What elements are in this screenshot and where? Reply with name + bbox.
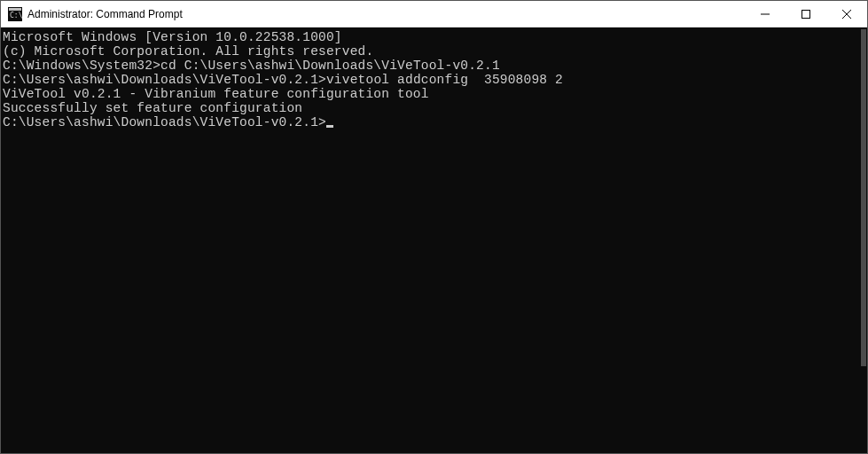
scrollbar-thumb[interactable] [861, 29, 866, 366]
cursor [326, 125, 333, 128]
svg-rect-4 [802, 10, 810, 18]
maximize-button[interactable] [786, 1, 826, 27]
svg-rect-1 [9, 8, 21, 11]
scrollbar[interactable] [860, 27, 867, 453]
prompt-line: C:\Windows\System32>cd C:\Users\ashwi\Do… [3, 59, 858, 74]
prompt: C:\Windows\System32> [3, 59, 160, 73]
window-title: Administrator: Command Prompt [27, 8, 745, 20]
window-controls [745, 1, 867, 27]
prompt-line: C:\Users\ashwi\Downloads\ViVeTool-v0.2.1… [3, 116, 858, 130]
close-button[interactable] [826, 1, 867, 27]
terminal-area[interactable]: Microsoft Windows [Version 10.0.22538.10… [1, 27, 867, 453]
minimize-button[interactable] [745, 1, 786, 27]
command-prompt-window: C:\ Administrator: Command Prompt Micros… [0, 0, 868, 454]
output-line: (c) Microsoft Corporation. All rights re… [3, 45, 858, 59]
command: cd C:\Users\ashwi\Downloads\ViVeTool-v0.… [160, 59, 500, 73]
cmd-icon: C:\ [8, 7, 22, 21]
command: vivetool addconfig 35908098 2 [326, 73, 563, 87]
output-line: Microsoft Windows [Version 10.0.22538.10… [3, 31, 858, 45]
output-line: ViVeTool v0.2.1 - Vibranium feature conf… [3, 88, 858, 102]
prompt-line: C:\Users\ashwi\Downloads\ViVeTool-v0.2.1… [3, 74, 858, 88]
titlebar[interactable]: C:\ Administrator: Command Prompt [1, 1, 867, 27]
svg-text:C:\: C:\ [10, 12, 22, 20]
prompt: C:\Users\ashwi\Downloads\ViVeTool-v0.2.1… [3, 73, 326, 87]
prompt: C:\Users\ashwi\Downloads\ViVeTool-v0.2.1… [3, 115, 326, 129]
output-line: Successfully set feature configuration [3, 102, 858, 116]
terminal-output: Microsoft Windows [Version 10.0.22538.10… [1, 27, 860, 453]
